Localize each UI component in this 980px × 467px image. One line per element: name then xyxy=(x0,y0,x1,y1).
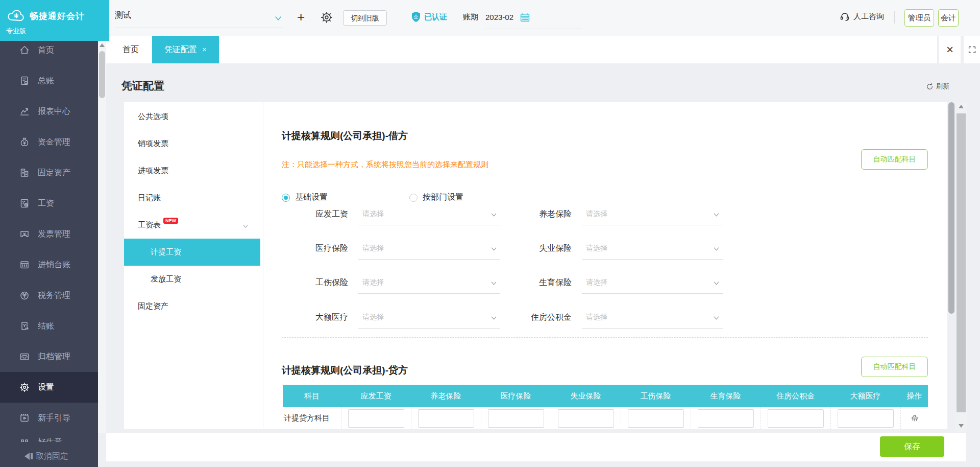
auto-match-button-credit[interactable]: 自动匹配科目 xyxy=(861,357,928,377)
clear-brush-icon xyxy=(910,414,919,423)
form-row: 工伤保险 请选择 生育保险 请选择 xyxy=(282,271,723,294)
salary-icon xyxy=(19,198,30,208)
account-input[interactable] xyxy=(558,409,614,428)
radio-by-department[interactable]: 按部门设置 xyxy=(409,192,463,203)
refresh-button[interactable]: 刷新 xyxy=(926,82,949,91)
sidebar-item-partial[interactable]: 好生意 xyxy=(0,432,98,442)
sidebar-item-report-center[interactable]: 报表中心 xyxy=(0,96,98,127)
account-set-name: 测试 xyxy=(115,11,131,19)
submenu-item-salary-sheet[interactable]: 工资表 NEW xyxy=(124,212,263,239)
sidebar-item-beginner-guide[interactable]: 新手引导 xyxy=(0,403,98,433)
section-divider xyxy=(282,337,928,338)
page-title: 凭证配置 xyxy=(121,79,164,93)
field-label: 大额医疗 xyxy=(282,312,348,323)
bottom-action-bar: 保存 xyxy=(106,433,966,461)
sidebar-item-settings[interactable]: 设置 xyxy=(0,372,98,403)
select-supplementary-medical[interactable]: 请选择 xyxy=(358,306,500,329)
field-label: 失业保险 xyxy=(516,243,572,254)
refresh-icon xyxy=(926,83,934,90)
tab-voucher-config[interactable]: 凭证配置 × xyxy=(152,36,219,63)
credit-rules-table: 科目 应发工资 养老保险 医疗保险 失业保险 工伤保险 生育保险 住房公积金 大… xyxy=(283,385,928,429)
sidebar-item-general-ledger[interactable]: 总账 xyxy=(0,65,98,96)
account-input[interactable] xyxy=(838,409,894,428)
submenu-item-common-options[interactable]: 公共选项 xyxy=(124,103,263,130)
tax-icon xyxy=(19,290,30,300)
window-scrollbar[interactable] xyxy=(955,102,967,432)
scroll-up-icon[interactable] xyxy=(959,105,964,108)
rule-note: 注：只能选择一种方式，系统将按照您当前的选择来配置规则 xyxy=(282,160,488,170)
certified-status[interactable]: 企 已认证 xyxy=(411,11,447,22)
account-input[interactable] xyxy=(488,409,544,428)
fullscreen-button[interactable] xyxy=(964,36,980,63)
close-button[interactable]: × xyxy=(939,36,961,63)
select-pension-insurance[interactable]: 请选择 xyxy=(582,203,723,225)
sidebar-item-salary[interactable]: 工资 xyxy=(0,188,98,219)
unpin-icon xyxy=(24,453,30,460)
submenu-item-purchase-invoice[interactable]: 进项发票 xyxy=(124,157,263,184)
sidebar-scrollbar[interactable] xyxy=(98,41,106,433)
certified-label: 已认证 xyxy=(424,12,447,22)
panel-scrollbar-thumb[interactable] xyxy=(948,102,954,314)
chevron-down-icon xyxy=(491,245,497,254)
sidebar-item-archive[interactable]: 归档管理 xyxy=(0,341,98,372)
select-maternity-insurance[interactable]: 请选择 xyxy=(582,271,723,294)
rule-mode-radios: 基础设置 按部门设置 xyxy=(282,192,463,203)
save-button[interactable]: 保存 xyxy=(880,436,944,457)
sidebar-item-fixed-assets[interactable]: 固定资产 xyxy=(0,157,98,188)
auto-match-button-debit[interactable]: 自动匹配科目 xyxy=(861,149,928,170)
chevron-down-icon xyxy=(242,222,249,231)
sidebar-item-trade-ledger[interactable]: 进销台账 xyxy=(0,249,98,280)
account-input[interactable] xyxy=(348,409,404,428)
select-medical-insurance[interactable]: 请选择 xyxy=(358,237,500,260)
fullscreen-icon xyxy=(968,45,976,54)
submenu-item-pay-salary[interactable]: 发放工资 xyxy=(124,266,263,293)
submenu-item-fixed-assets[interactable]: 固定资产 xyxy=(124,293,263,320)
table-row: 计提贷方科目 xyxy=(283,407,928,429)
select-payable-salary[interactable]: 请选择 xyxy=(358,203,500,225)
cloud-logo-icon xyxy=(7,8,26,24)
submenu-item-sales-invoice[interactable]: 销项发票 xyxy=(124,130,263,157)
role-badge-accountant[interactable]: 会计 xyxy=(938,9,959,27)
app-window: 测试 + 切到旧版 企 已认证 账期 2023-02 人工咨询 管理员 会计 xyxy=(0,0,980,467)
row-action-cell[interactable] xyxy=(900,407,928,429)
add-icon[interactable]: + xyxy=(297,9,305,25)
account-set-selector[interactable]: 测试 xyxy=(115,10,283,28)
tab-close-icon[interactable]: × xyxy=(202,36,207,63)
accounting-period[interactable]: 账期 2023-02 xyxy=(463,12,530,22)
sidebar-item-funds[interactable]: 资金管理 xyxy=(0,127,98,157)
switch-old-version-button[interactable]: 切到旧版 xyxy=(343,10,387,26)
sidebar-nav: 首页 总账 报表中心 资金管理 固定资产 工资 发票管理 进销台账 税务管理 结… xyxy=(0,41,98,467)
archive-icon xyxy=(19,352,30,362)
scroll-down-icon[interactable] xyxy=(959,424,964,428)
guide-icon xyxy=(19,413,30,423)
support-link[interactable]: 人工咨询 xyxy=(840,11,884,21)
submenu-item-accrue-salary[interactable]: 计提工资 xyxy=(124,239,260,266)
select-housing-fund[interactable]: 请选择 xyxy=(582,306,723,329)
window-scrollbar-thumb[interactable] xyxy=(957,113,966,412)
field-label: 养老保险 xyxy=(516,209,572,220)
period-underline xyxy=(485,29,582,29)
field-label: 生育保险 xyxy=(516,277,572,288)
sidebar-scrollbar-thumb[interactable] xyxy=(99,51,105,98)
account-input[interactable] xyxy=(628,409,684,428)
unpin-sidebar-button[interactable]: 取消固定 xyxy=(0,447,98,465)
tab-home[interactable]: 首页 xyxy=(109,36,152,63)
select-unemployment-insurance[interactable]: 请选择 xyxy=(582,237,723,260)
radio-basic-setting[interactable]: 基础设置 xyxy=(282,192,328,203)
submenu-item-journal[interactable]: 日记账 xyxy=(124,184,263,212)
account-input[interactable] xyxy=(418,409,474,428)
role-badge-admin[interactable]: 管理员 xyxy=(904,9,934,27)
chevron-down-icon xyxy=(713,279,720,289)
table-header-row: 科目 应发工资 养老保险 医疗保险 失业保险 工伤保险 生育保险 住房公积金 大… xyxy=(283,385,928,407)
scroll-up-icon[interactable] xyxy=(100,43,105,47)
gear-icon[interactable] xyxy=(321,11,333,24)
account-input[interactable] xyxy=(768,409,824,428)
voucher-config-panel: 公共选项 销项发票 进项发票 日记账 工资表 NEW 计提工资 发放工资 固定资… xyxy=(124,102,947,429)
sidebar-item-tax[interactable]: 税务管理 xyxy=(0,280,98,311)
sidebar-item-invoice[interactable]: 发票管理 xyxy=(0,219,98,249)
field-label: 工伤保险 xyxy=(282,277,348,288)
account-input[interactable] xyxy=(698,409,754,428)
chevron-down-icon xyxy=(274,14,282,25)
select-injury-insurance[interactable]: 请选择 xyxy=(358,271,500,294)
sidebar-item-closing[interactable]: 结账 xyxy=(0,311,98,341)
